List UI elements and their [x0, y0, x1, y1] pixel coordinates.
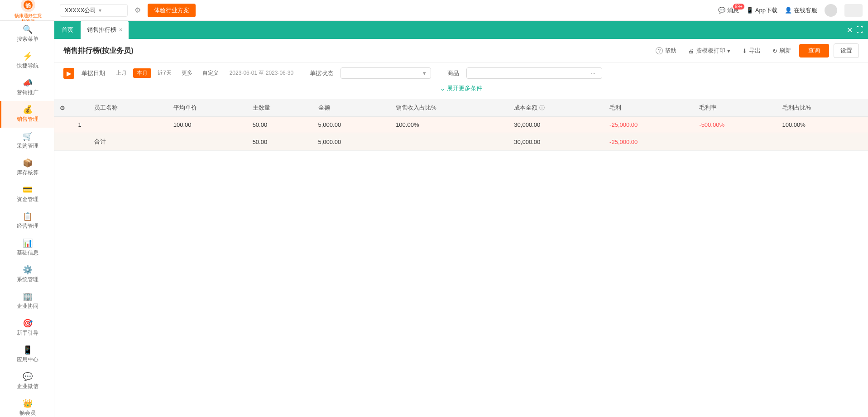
sidebar-label-wechat: 企业微信	[17, 383, 38, 390]
row-cost: 30,000.00	[508, 117, 604, 133]
quicknav-icon: ⚡	[23, 52, 33, 60]
footer-gross: -25,000.00	[604, 133, 694, 151]
tab-actions: ✕ ⛶	[842, 26, 868, 34]
row-sales-ratio: 100.00%	[390, 117, 508, 133]
tab-minimize-icon[interactable]: ✕	[847, 26, 853, 34]
enterprise-icon: 🏢	[23, 292, 33, 301]
date-opt-custom[interactable]: 自定义	[199, 68, 222, 78]
row-rank: 1	[71, 117, 89, 133]
system-icon: ⚙️	[23, 266, 33, 274]
sidebar-label-system: 系统管理	[17, 276, 38, 283]
sidebar-item-wechat[interactable]: 💬 企业微信	[0, 368, 54, 395]
th-gross-margin[interactable]: 毛利率	[694, 99, 777, 117]
logo-icon: 畅	[20, 0, 36, 13]
date-opt-prev-month[interactable]: 上月	[112, 68, 130, 78]
row-settings	[54, 117, 71, 133]
th-avg-price[interactable]: 平均单价	[168, 99, 247, 117]
filter-toggle-button[interactable]: ▶	[63, 68, 74, 79]
footer-qty: 50.00	[247, 133, 313, 151]
table-area: ⚙ 员工名称 平均单价 主数量 全额 销售收入占比% 成本全额 ⓘ 毛	[54, 99, 868, 417]
query-button[interactable]: 查询	[799, 44, 829, 58]
info-icon: 📊	[23, 239, 33, 247]
sidebar-item-purchase[interactable]: 🛒 采购管理	[0, 128, 54, 154]
date-opt-7days[interactable]: 近7天	[154, 68, 175, 78]
tab-sales-ranking[interactable]: 销售排行榜 ×	[81, 21, 129, 39]
footer-avg	[168, 133, 247, 151]
th-settings[interactable]: ⚙	[54, 99, 71, 117]
export-icon: ⬇	[742, 48, 747, 54]
sidebar-item-app[interactable]: 📱 应用中心	[0, 341, 54, 368]
sidebar-label-sales: 销售管理	[17, 115, 38, 123]
print-button[interactable]: 🖨 按模板打印 ▾	[685, 45, 734, 57]
tab-maximize-icon[interactable]: ⛶	[856, 26, 863, 34]
experience-button[interactable]: 体验行业方案	[148, 4, 196, 17]
refresh-button[interactable]: ↻ 刷新	[769, 45, 795, 57]
settings-gear-button[interactable]: ⚙	[131, 4, 144, 17]
page-content: 销售排行榜(按业务员) ? 帮助 🖨 按模板打印 ▾ ⬇	[54, 39, 868, 417]
member-icon: 👑	[23, 399, 33, 407]
sidebar-item-member[interactable]: 👑 畅会员	[0, 395, 54, 417]
row-qty: 50.00	[247, 117, 313, 133]
data-table: ⚙ 员工名称 平均单价 主数量 全额 销售收入占比% 成本全额 ⓘ 毛	[54, 99, 868, 151]
goods-more-icon[interactable]: ···	[589, 70, 597, 77]
sidebar-item-search[interactable]: 🔍 搜索菜单	[0, 21, 54, 48]
sidebar-item-sales[interactable]: 💰 销售管理	[0, 101, 54, 128]
status-select[interactable]: ▾	[340, 67, 431, 79]
date-range-display: 2023-06-01 至 2023-06-30	[230, 69, 293, 77]
tab-bar: 首页 销售排行榜 × ✕ ⛶	[54, 21, 868, 39]
sidebar-item-inventory[interactable]: 📦 库存核算	[0, 154, 54, 181]
sidebar-label-info: 基础信息	[17, 249, 38, 257]
th-employee[interactable]: 员工名称	[89, 99, 168, 117]
date-opt-more[interactable]: 更多	[178, 68, 196, 78]
expand-conditions-button[interactable]: ⌄ 展开更多条件	[436, 82, 487, 94]
company-name: XXXXX公司	[65, 6, 96, 14]
date-label: 单据日期	[82, 69, 105, 77]
sidebar-item-guide[interactable]: 🎯 新手引导	[0, 315, 54, 341]
app-icon: 📱	[23, 346, 33, 354]
company-selector[interactable]: XXXXX公司 ▾	[60, 4, 128, 17]
online-service-button[interactable]: 👤 在线客服	[785, 6, 817, 14]
top-bar: 畅 畅康通好生意标准版 XXXXX公司 ▾ ⚙ 体验行业方案 💬 消息 99+ …	[0, 0, 868, 21]
help-button[interactable]: ? 帮助	[652, 45, 680, 57]
goods-input[interactable]: ···	[466, 67, 602, 79]
download-icon: 📱	[746, 7, 753, 14]
app-download-button[interactable]: 📱 App下载	[746, 6, 777, 14]
user-avatar[interactable]	[825, 4, 837, 17]
sidebar-label-finance: 资金管理	[17, 196, 38, 203]
sidebar-item-finance[interactable]: 💳 资金管理	[0, 181, 54, 208]
table-footer: 合计 50.00 5,000.00 30,000.00 -25,000.00	[54, 133, 868, 151]
date-opt-current-month[interactable]: 本月	[133, 68, 151, 78]
th-cost[interactable]: 成本全额 ⓘ	[508, 99, 604, 117]
th-gross-profit[interactable]: 毛利	[604, 99, 694, 117]
chevron-down-icon: ▾	[99, 7, 101, 14]
sidebar-item-info[interactable]: 📊 基础信息	[0, 235, 54, 261]
expand-icon: ⌄	[440, 85, 445, 92]
notification-button[interactable]: 💬 消息 99+	[718, 6, 739, 14]
logo: 畅 畅康通好生意标准版	[5, 0, 51, 24]
sidebar-item-enterprise[interactable]: 🏢 企业协同	[0, 288, 54, 315]
settings-button[interactable]: 设置	[834, 43, 859, 58]
th-sales-ratio[interactable]: 销售收入占比%	[390, 99, 508, 117]
sidebar-item-manage[interactable]: 📋 经营管理	[0, 208, 54, 235]
page-header: 销售排行榜(按业务员) ? 帮助 🖨 按模板打印 ▾ ⬇	[54, 39, 868, 63]
row-ratio: 100.00%	[777, 117, 868, 133]
tab-home[interactable]: 首页	[54, 21, 81, 39]
row-margin: -500.00%	[694, 117, 777, 133]
purchase-icon: 🛒	[23, 132, 33, 140]
tab-close-icon[interactable]: ×	[119, 27, 122, 33]
sidebar-item-quicknav[interactable]: ⚡ 快捷导航	[0, 48, 54, 74]
goods-label: 商品	[447, 69, 459, 77]
sidebar-item-marketing[interactable]: 📣 营销推广	[0, 74, 54, 101]
footer-label: 合计	[89, 133, 168, 151]
sidebar-label-app: 应用中心	[17, 356, 38, 364]
app-container: 畅 畅康通好生意标准版 XXXXX公司 ▾ ⚙ 体验行业方案 💬 消息 99+ …	[0, 0, 868, 417]
th-gross-ratio[interactable]: 毛利占比%	[777, 99, 868, 117]
th-main-qty[interactable]: 主数量	[247, 99, 313, 117]
export-button[interactable]: ⬇ 导出	[739, 45, 764, 57]
th-total[interactable]: 全额	[313, 99, 391, 117]
table-row: 1 100.00 50.00 5,000.00 100.00% 30,000.0…	[54, 117, 868, 133]
footer-row: 合计 50.00 5,000.00 30,000.00 -25,000.00	[54, 133, 868, 151]
sidebar-item-system[interactable]: ⚙️ 系统管理	[0, 261, 54, 288]
content-area: 首页 销售排行榜 × ✕ ⛶ 销售排行榜(按业务员)	[54, 21, 868, 417]
sidebar-items: 🔍 搜索菜单⚡ 快捷导航📣 营销推广💰 销售管理🛒 采购管理📦 库存核算💳 资金…	[0, 21, 54, 417]
